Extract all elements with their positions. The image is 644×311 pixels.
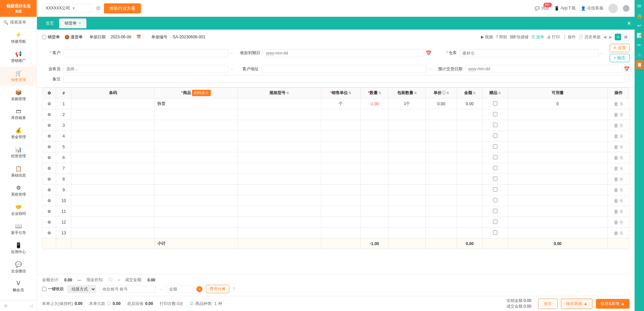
cell-price-3[interactable] (426, 131, 457, 142)
delete-icon-0[interactable]: 🗑 (614, 101, 618, 107)
cell-unit-12[interactable] (321, 228, 361, 238)
cell-qty-5[interactable] (361, 152, 388, 163)
delete-icon-8[interactable]: 🗑 (614, 187, 618, 193)
warehouse-input[interactable] (459, 49, 599, 57)
cell-spec-9[interactable] (238, 195, 321, 206)
cell-qty-0[interactable]: -1.00 (361, 99, 388, 109)
cell-unit-4[interactable] (321, 142, 361, 152)
calendar-icon[interactable]: 📅 (136, 35, 141, 39)
search-menu[interactable]: 🔍 搜索菜单 (0, 17, 37, 28)
cell-gift-11[interactable] (482, 217, 508, 228)
cell-spec-3[interactable] (238, 131, 321, 142)
rp-clipboard-icon[interactable]: 📋 (636, 60, 643, 69)
trial-button[interactable]: 体验行业方案 (104, 3, 141, 13)
cell-gift-4[interactable] (482, 142, 508, 152)
equals-icon[interactable]: = (118, 278, 120, 282)
cell-gift-6[interactable] (482, 163, 508, 174)
cell-barcode-12[interactable] (71, 228, 154, 238)
cell-amount-10[interactable] (457, 206, 483, 217)
cell-pkgqty-3[interactable] (388, 131, 426, 142)
cell-barcode-9[interactable] (71, 195, 154, 206)
delete-icon-7[interactable]: 🗑 (614, 177, 618, 182)
cell-price-8[interactable] (426, 185, 457, 195)
cell-product-11[interactable] (154, 217, 237, 228)
sidebar-item-快捷导航[interactable]: ⚡快捷导航 (0, 28, 37, 47)
cell-spec-6[interactable] (238, 163, 321, 174)
expected-calendar-icon[interactable]: 📅 (624, 66, 630, 72)
cell-qty-1[interactable] (361, 109, 388, 120)
cell-product-0[interactable] (154, 99, 237, 109)
history-btn[interactable]: 📄 历史单据 (578, 34, 601, 40)
nav-next-icon[interactable]: ▶ (609, 35, 612, 39)
cell-product-10[interactable] (154, 206, 237, 217)
fee-alloc-button[interactable]: 费用分摊 (206, 285, 229, 293)
cell-qty-11[interactable] (361, 217, 388, 228)
cell-pkgqty-6[interactable] (388, 163, 426, 174)
cell-pkgqty-2[interactable] (388, 120, 426, 131)
sidebar-item-新手引导[interactable]: 📖新手引导 (0, 220, 37, 239)
cell-spec-8[interactable] (238, 185, 321, 195)
remark-input[interactable] (63, 75, 630, 83)
cell-amount-7[interactable] (457, 174, 483, 185)
view-list-btn[interactable]: ≡ (615, 34, 621, 40)
operate-btn[interactable]: ⋮ 操作 (563, 34, 576, 40)
rp-lock-icon[interactable]: 🔒 (636, 11, 643, 20)
cell-product-5[interactable] (154, 152, 237, 163)
delete-icon-3[interactable]: 🗑 (614, 133, 618, 139)
cell-price-0[interactable]: 0.00 (426, 99, 457, 109)
cell-unit-8[interactable] (321, 185, 361, 195)
copy-icon-12[interactable]: ⎘ (620, 230, 623, 236)
cell-pkgqty-12[interactable] (388, 228, 426, 238)
cell-amount-0[interactable]: 0.00 (457, 99, 483, 109)
copy-icon-3[interactable]: ⎘ (620, 133, 623, 139)
avatar[interactable] (608, 4, 618, 13)
cell-qty-12[interactable] (361, 228, 388, 238)
sidebar-item-采购管理[interactable]: 📦采购管理 (0, 86, 37, 105)
copy-icon-1[interactable]: ⎘ (620, 112, 623, 117)
fee-help-icon[interactable]: ? (233, 287, 235, 291)
cell-price-11[interactable] (426, 217, 457, 228)
cell-gift-2[interactable] (482, 120, 508, 131)
sidebar-item-经营管理[interactable]: 📊经营管理 (0, 143, 37, 162)
customer-more-icon[interactable]: ··· (230, 51, 233, 55)
cell-price-4[interactable] (426, 142, 457, 152)
cell-pkgqty-4[interactable] (388, 142, 426, 152)
cell-pkgqty-9[interactable] (388, 195, 426, 206)
cell-pkgqty-7[interactable] (388, 174, 426, 185)
rp-undo-icon[interactable]: ↩ (637, 21, 642, 30)
delete-icon-10[interactable]: 🗑 (614, 209, 618, 214)
cell-qty-6[interactable] (361, 163, 388, 174)
cell-barcode-1[interactable] (71, 109, 154, 120)
sidebar-item-应用中心[interactable]: 📱应用中心 (0, 239, 37, 258)
copy-icon-7[interactable]: ⎘ (620, 177, 623, 182)
cell-pkgqty-8[interactable] (388, 185, 426, 195)
cell-spec-7[interactable] (238, 174, 321, 185)
account-more-icon[interactable]: ··· (159, 287, 163, 291)
cell-spec-11[interactable] (238, 217, 321, 228)
cell-unit-11[interactable] (321, 217, 361, 228)
sidebar-item-库存核算[interactable]: 🗃库存核算 (0, 105, 37, 124)
radio-return-order[interactable]: 退货单 (65, 34, 83, 40)
help-btn[interactable]: ? 帮助 (496, 34, 507, 40)
cell-price-10[interactable] (426, 206, 457, 217)
cell-unit-7[interactable] (321, 174, 361, 185)
cell-product-3[interactable] (154, 131, 237, 142)
delete-icon-6[interactable]: 🗑 (614, 166, 618, 171)
sidebar-item-营销推广[interactable]: 📢营销推广 (0, 47, 37, 67)
cell-product-6[interactable] (154, 163, 237, 174)
cell-pkgqty-0[interactable]: 1个 (388, 99, 426, 109)
app-download-button[interactable]: 📱 App下载 (554, 5, 576, 11)
one-click-payment-checkbox[interactable]: 一键收款 (42, 286, 64, 292)
settings-icon[interactable]: ⚙ (4, 304, 8, 308)
company-selector[interactable]: XXXXXX公司 ▼ (42, 4, 92, 13)
customer-input[interactable] (63, 49, 228, 57)
copy-icon-10[interactable]: ⎘ (620, 209, 623, 214)
cell-gift-7[interactable] (482, 174, 508, 185)
cell-qty-9[interactable] (361, 195, 388, 206)
rp-star-icon[interactable]: ☆ (637, 50, 642, 59)
delete-icon-1[interactable]: 🗑 (614, 112, 618, 117)
copy-icon-8[interactable]: ⎘ (620, 187, 623, 193)
cell-unit-6[interactable] (321, 163, 361, 174)
view-grid-btn[interactable]: ⊞ (622, 34, 630, 40)
copy-icon-5[interactable]: ⎘ (620, 155, 623, 160)
